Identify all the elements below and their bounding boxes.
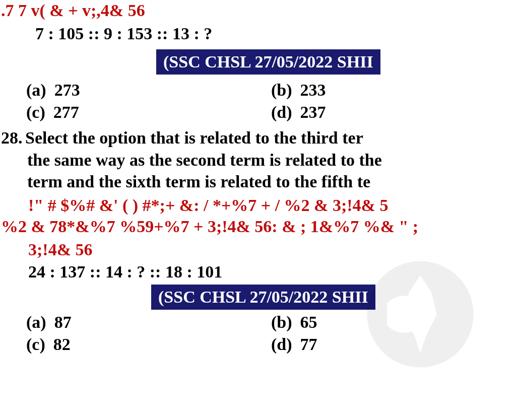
q28-stem: 28.Select the option that is related to … bbox=[0, 127, 516, 193]
q27-options: (a)273 (b)233 (c)277 (d)237 bbox=[0, 80, 516, 123]
option-text: 77 bbox=[300, 335, 317, 354]
option-label: (d) bbox=[271, 335, 292, 354]
option-label: (d) bbox=[271, 103, 292, 121]
q28-option-d[interactable]: (d)77 bbox=[271, 334, 516, 355]
option-text: 277 bbox=[53, 103, 79, 121]
q28-stem-line3: term and the sixth term is related to th… bbox=[1, 171, 516, 193]
garbled-header-line: .7 7 v( & + v;,4& 56 bbox=[0, 0, 516, 21]
q28-option-c[interactable]: (c)82 bbox=[26, 334, 271, 355]
option-text: 273 bbox=[54, 81, 80, 99]
option-text: 233 bbox=[300, 81, 326, 99]
q27-analogy: 7 : 105 :: 9 : 153 :: 13 : ? bbox=[0, 21, 516, 46]
option-text: 237 bbox=[300, 103, 326, 121]
option-label: (c) bbox=[26, 335, 45, 354]
q28-source-banner: (SSC CHSL 27/05/2022 SHII bbox=[151, 285, 375, 310]
q28-analogy: 24 : 137 :: 14 : ? :: 18 : 101 bbox=[0, 262, 516, 282]
option-label: (a) bbox=[26, 81, 46, 99]
q28-stem-line2: the same way as the second term is relat… bbox=[1, 149, 516, 171]
q28-option-b[interactable]: (b)65 bbox=[271, 312, 516, 333]
option-text: 82 bbox=[53, 335, 71, 354]
q28-stem-line1: Select the option that is related to the… bbox=[25, 128, 363, 147]
q28-garbled-line1: !" # $%# &' ( ) #*;+ &: / *+%7 + / %2 & … bbox=[0, 196, 516, 215]
option-text: 87 bbox=[54, 313, 72, 331]
q27-source-banner-wrap: (SSC CHSL 27/05/2022 SHII bbox=[0, 49, 516, 75]
q28-number: 28. bbox=[1, 127, 25, 149]
q27-option-c[interactable]: (c)277 bbox=[26, 102, 271, 123]
option-label: (b) bbox=[271, 313, 292, 331]
option-label: (c) bbox=[26, 103, 45, 121]
q28-option-a[interactable]: (a)87 bbox=[26, 312, 271, 333]
q28-garbled-line3: 3;!4& 56 bbox=[0, 240, 516, 259]
q27-option-b[interactable]: (b)233 bbox=[271, 80, 516, 101]
q28-options: (a)87 (b)65 (c)82 (d)77 bbox=[0, 312, 516, 355]
option-label: (a) bbox=[26, 313, 46, 331]
q28-source-banner-wrap: (SSC CHSL 27/05/2022 SHII bbox=[0, 285, 516, 310]
q27-source-banner: (SSC CHSL 27/05/2022 SHII bbox=[156, 49, 380, 75]
q28-garbled-line2: %2 & 78*&%7 %59+%7 + 3;!4& 56: & ; 1&%7 … bbox=[0, 216, 516, 237]
option-label: (b) bbox=[271, 81, 292, 99]
q27-option-a[interactable]: (a)273 bbox=[26, 80, 271, 101]
q27-option-d[interactable]: (d)237 bbox=[271, 102, 516, 123]
option-text: 65 bbox=[300, 313, 317, 331]
